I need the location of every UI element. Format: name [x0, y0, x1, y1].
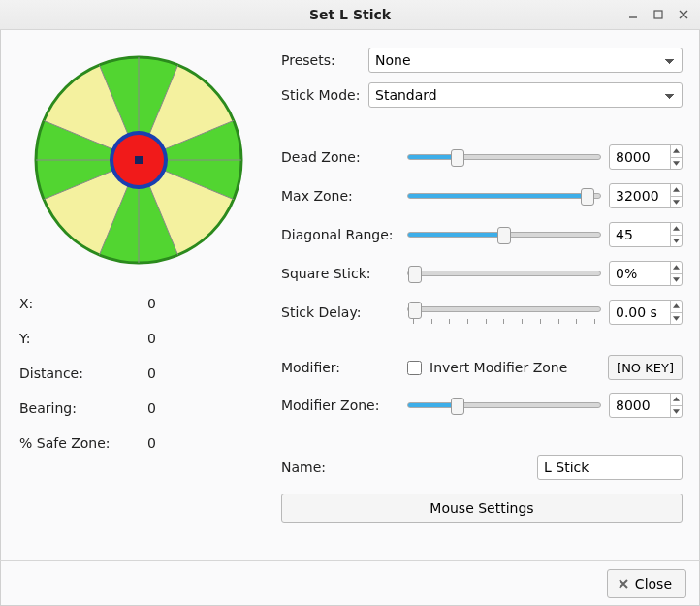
spin-down-icon[interactable] [671, 157, 682, 170]
deadzone-label: Dead Zone: [281, 149, 407, 165]
y-value: 0 [147, 331, 156, 346]
titlebar: Set L Stick [0, 0, 700, 30]
modifier-zone-spin[interactable] [609, 393, 683, 418]
diagonal-range-slider[interactable] [407, 226, 601, 243]
minimize-icon[interactable] [620, 4, 646, 25]
readouts: X:0 Y:0 Distance:0 Bearing:0 % Safe Zone… [17, 296, 260, 451]
presets-label: Presets: [281, 52, 368, 68]
distance-label: Distance: [19, 366, 147, 381]
square-stick-slider[interactable] [407, 265, 601, 282]
square-stick-spin[interactable] [609, 261, 683, 286]
y-label: Y: [19, 331, 147, 346]
stick-delay-slider[interactable] [407, 301, 601, 318]
maxzone-spin[interactable] [609, 183, 683, 208]
name-label: Name: [281, 460, 537, 475]
presets-select[interactable]: None [368, 48, 683, 73]
spin-up-icon[interactable] [671, 394, 682, 405]
close-x-icon [618, 578, 629, 590]
stick-delay-ticks [407, 319, 601, 325]
spin-up-icon[interactable] [671, 145, 682, 157]
diagonal-range-spin[interactable] [609, 222, 683, 247]
spin-down-icon[interactable] [671, 196, 682, 208]
modifier-label: Modifier: [281, 360, 407, 375]
bearing-value: 0 [147, 400, 156, 416]
x-label: X: [19, 296, 147, 311]
invert-modifier-label: Invert Modifier Zone [430, 360, 567, 375]
stick-wheel [32, 53, 245, 267]
invert-modifier-checkbox[interactable] [407, 361, 422, 375]
modifier-key-button[interactable]: [NO KEY] [608, 355, 683, 380]
spin-up-icon[interactable] [671, 301, 682, 312]
name-input[interactable] [537, 455, 683, 480]
maximize-icon[interactable] [646, 4, 671, 25]
stick-delay-spin[interactable] [609, 300, 683, 325]
mouse-settings-button[interactable]: Mouse Settings [281, 494, 683, 523]
spin-up-icon[interactable] [671, 184, 682, 196]
window: Set L Stick [0, 0, 700, 606]
diagonal-range-label: Diagonal Range: [281, 227, 407, 242]
spin-up-icon[interactable] [671, 262, 682, 273]
deadzone-slider[interactable] [407, 148, 601, 166]
bearing-label: Bearing: [19, 400, 147, 416]
close-icon[interactable] [671, 4, 696, 25]
distance-value: 0 [147, 366, 156, 381]
safezone-label: % Safe Zone: [19, 435, 147, 451]
spin-down-icon[interactable] [671, 312, 682, 325]
svg-rect-0 [654, 11, 662, 18]
deadzone-spin[interactable] [609, 144, 683, 170]
spin-down-icon[interactable] [671, 273, 682, 286]
stick-mode-label: Stick Mode: [281, 87, 368, 103]
spin-down-icon[interactable] [671, 405, 682, 418]
maxzone-slider[interactable] [407, 187, 601, 205]
stick-mode-select[interactable]: Standard [368, 82, 683, 108]
square-stick-label: Square Stick: [281, 266, 407, 281]
modifier-zone-label: Modifier Zone: [281, 398, 407, 413]
maxzone-label: Max Zone: [281, 188, 407, 204]
spin-down-icon[interactable] [671, 235, 682, 247]
window-title: Set L Stick [0, 7, 700, 22]
spin-up-icon[interactable] [671, 223, 682, 235]
modifier-zone-slider[interactable] [407, 397, 601, 414]
x-value: 0 [147, 296, 156, 311]
svg-rect-15 [135, 156, 143, 164]
stick-delay-label: Stick Delay: [281, 304, 407, 320]
safezone-value: 0 [147, 435, 156, 451]
close-button[interactable]: Close [607, 569, 686, 598]
